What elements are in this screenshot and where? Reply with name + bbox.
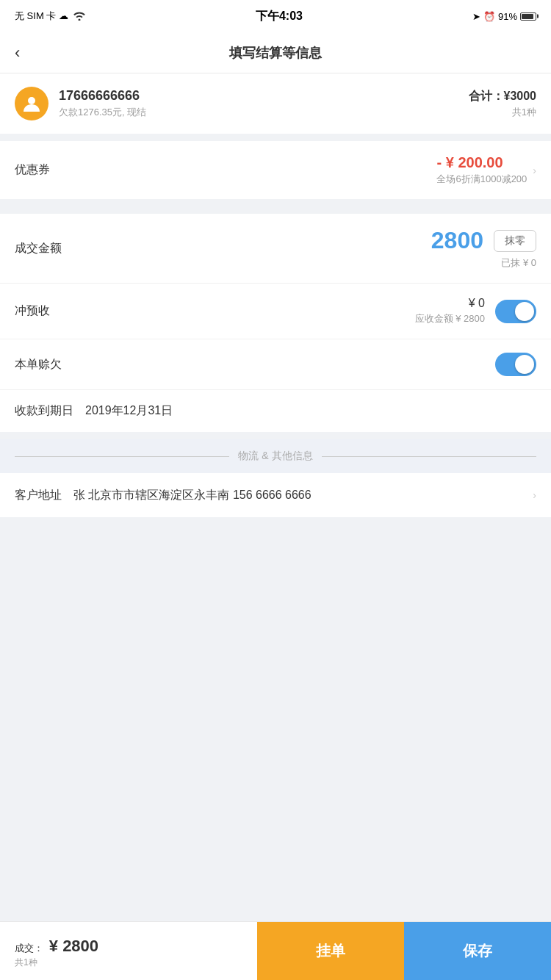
customer-debt: 欠款1276.35元, 现结 <box>59 106 146 119</box>
due-date-label: 收款到期日 <box>15 403 73 419</box>
footer: 成交： ¥ 2800 共1种 挂单 保存 <box>0 921 551 980</box>
deal-amount-value: 2800 <box>431 227 483 254</box>
footer-amount: ¥ 2800 <box>49 937 98 955</box>
address-label: 客户地址 <box>15 488 62 503</box>
battery-icon <box>520 12 536 21</box>
location-icon: ➤ <box>472 11 480 22</box>
deal-amount-label: 成交金额 <box>15 241 62 256</box>
customer-left: 17666666666 欠款1276.35元, 现结 <box>15 87 146 120</box>
svg-point-0 <box>28 97 35 104</box>
footer-deal-row: 成交： ¥ 2800 <box>15 933 242 956</box>
status-time: 下午4:03 <box>256 9 303 24</box>
wifi-icon <box>73 10 86 23</box>
prepay-sub: 应收金额 ¥ 2800 <box>415 312 485 325</box>
back-button[interactable]: ‹ <box>15 43 20 62</box>
customer-info: 17666666666 欠款1276.35元, 现结 <box>59 88 146 119</box>
footer-info: 成交： ¥ 2800 共1种 <box>0 933 257 969</box>
coupon-desc: 全场6折满1000减200 <box>436 173 527 186</box>
logistics-text: 物流 & 其他信息 <box>229 450 321 463</box>
prepay-value-block: ¥ 0 应收金额 ¥ 2800 <box>415 297 485 325</box>
status-bar: 无 SIM 卡 ☁ 下午4:03 ➤ ⏰ 91% <box>0 0 551 32</box>
address-arrow-icon: › <box>533 489 536 501</box>
footer-count: 共1种 <box>15 956 242 969</box>
coupon-amount: - ¥ 200.00 <box>436 154 527 171</box>
address-row[interactable]: 客户地址 张 北京市市辖区海淀区永丰南 156 6666 6666 › <box>0 473 551 517</box>
status-left: 无 SIM 卡 ☁ <box>15 10 86 23</box>
section-gap-1 <box>0 206 551 214</box>
debt-row: 本单赊欠 <box>0 339 551 389</box>
avatar <box>15 87 48 120</box>
form-section: 成交金额 2800 抹零 已抹 ¥ 0 冲预收 ¥ 0 应收金额 ¥ 2800 <box>0 214 551 432</box>
sim-label: 无 SIM 卡 ☁ <box>15 10 68 23</box>
prepay-toggle[interactable] <box>495 300 536 323</box>
page-title: 填写结算等信息 <box>229 44 322 62</box>
deal-amount-sub: 已抹 ¥ 0 <box>431 256 536 270</box>
customer-phone: 17666666666 <box>59 88 146 104</box>
save-button[interactable]: 保存 <box>404 922 551 981</box>
customer-card: 17666666666 欠款1276.35元, 现结 合计：¥3000 共1种 <box>0 73 551 134</box>
coupon-right: - ¥ 200.00 全场6折满1000减200 › <box>436 154 536 186</box>
bottom-spacer <box>0 517 551 605</box>
prepay-label: 冲预收 <box>15 303 50 319</box>
content-area: 17666666666 欠款1276.35元, 现结 合计：¥3000 共1种 … <box>0 73 551 605</box>
coupon-label: 优惠券 <box>15 162 50 178</box>
total-count: 共1种 <box>469 106 537 119</box>
debt-toggle[interactable] <box>495 353 536 376</box>
debt-label: 本单赊欠 <box>15 357 62 372</box>
battery-percent: 91% <box>498 11 517 22</box>
coupon-row[interactable]: 优惠券 - ¥ 200.00 全场6折满1000减200 › <box>0 141 551 199</box>
coupon-arrow-icon: › <box>533 165 536 176</box>
logistics-divider: 物流 & 其他信息 <box>0 439 551 473</box>
status-right: ➤ ⏰ 91% <box>472 11 536 22</box>
deal-amount-row: 成交金额 2800 抹零 已抹 ¥ 0 <box>0 214 551 283</box>
toggle-knob <box>515 302 534 321</box>
due-date-value: 2019年12月31日 <box>85 403 173 419</box>
prepay-right: ¥ 0 应收金额 ¥ 2800 <box>415 297 536 325</box>
logistics-line-left <box>15 456 229 457</box>
prepay-amount: ¥ 0 <box>415 297 485 310</box>
due-date-row: 收款到期日 2019年12月31日 <box>0 389 551 432</box>
customer-right: 合计：¥3000 共1种 <box>469 89 537 119</box>
alarm-icon: ⏰ <box>483 11 495 22</box>
address-value: 张 北京市市辖区海淀区永丰南 156 6666 6666 <box>73 486 533 504</box>
prepay-row: 冲预收 ¥ 0 应收金额 ¥ 2800 <box>0 283 551 339</box>
nav-bar: ‹ 填写结算等信息 <box>0 32 551 73</box>
footer-deal-label: 成交： <box>15 943 43 954</box>
debt-toggle-knob <box>515 355 534 374</box>
hang-button[interactable]: 挂单 <box>257 922 404 981</box>
total-amount: 合计：¥3000 <box>469 89 537 104</box>
deal-amount-right: 2800 抹零 <box>431 227 536 254</box>
logistics-line-right <box>322 456 536 457</box>
round-button[interactable]: 抹零 <box>494 230 536 252</box>
